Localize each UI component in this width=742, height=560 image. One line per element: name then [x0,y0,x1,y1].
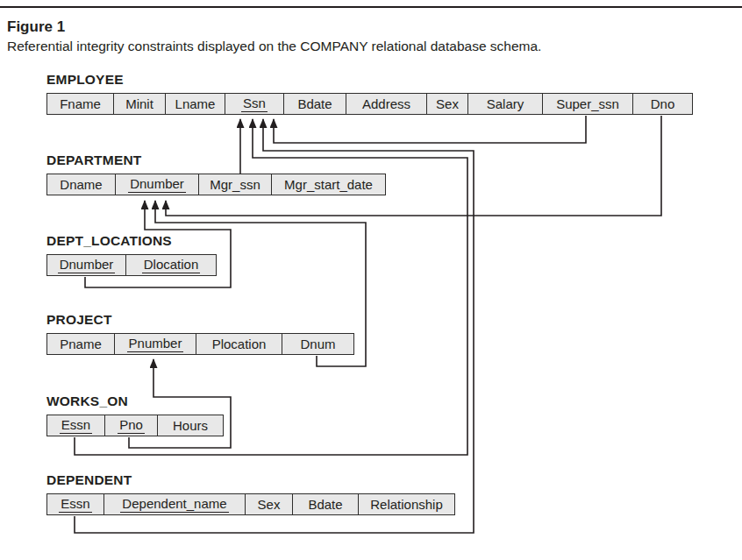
table-employee-row: Fname Minit Lname Ssn Bdate Address Sex … [46,93,693,115]
table-project-name: PROJECT [46,312,354,328]
attr-works-on-essn: Essn [47,415,104,436]
attr-dependent-sex: Sex [245,494,292,514]
table-works-on-name: WORKS_ON [46,393,224,409]
attr-dependent-bdate: Bdate [292,494,358,514]
fk-line-super-ssn-to-ssn [274,116,586,143]
attr-employee-ssn: Ssn [225,94,283,114]
attr-employee-address: Address [346,94,426,114]
table-employee-name: EMPLOYEE [46,72,693,88]
attr-project-pnumber: Pnumber [114,334,196,354]
table-department-name: DEPARTMENT [46,152,386,168]
table-department: DEPARTMENT Dname Dnumber Mgr_ssn Mgr_sta… [46,152,386,195]
table-works-on-row: Essn Pno Hours [46,415,224,436]
attr-department-dnumber: Dnumber [115,174,198,195]
table-dependent-row: Essn Dependent_name Sex Bdate Relationsh… [46,493,455,515]
table-dept-locations-row: Dnumber Dlocation [46,254,217,276]
table-works-on: WORKS_ON Essn Pno Hours [46,393,224,436]
attr-dependent-dependent-name: Dependent_name [103,494,245,514]
attr-project-dnum: Dnum [282,334,353,354]
attr-dept-locations-dnumber: Dnumber [47,255,125,275]
attr-employee-fname: Fname [47,94,113,114]
attr-employee-lname: Lname [165,94,225,114]
table-project: PROJECT Pname Pnumber Plocation Dnum [46,312,354,355]
attr-dept-locations-dlocation: Dlocation [125,255,216,275]
attr-department-mgr-ssn: Mgr_ssn [198,174,271,195]
attr-works-on-hours: Hours [157,415,223,436]
attr-employee-salary: Salary [467,94,542,114]
attr-dependent-essn: Essn [47,494,103,514]
attr-project-plocation: Plocation [196,334,282,354]
attr-employee-bdate: Bdate [283,94,346,114]
figure-canvas: Figure 1 Referential integrity constrain… [0,0,742,560]
table-project-row: Pname Pnumber Plocation Dnum [46,333,354,355]
attr-dependent-relationship: Relationship [358,494,454,514]
attr-works-on-pno: Pno [104,415,157,436]
attr-employee-super-ssn: Super_ssn [542,94,632,114]
table-dept-locations-name: DEPT_LOCATIONS [46,233,217,249]
attr-employee-sex: Sex [426,94,467,114]
table-dependent: DEPENDENT Essn Dependent_name Sex Bdate … [46,472,455,515]
table-employee: EMPLOYEE Fname Minit Lname Ssn Bdate Add… [46,72,693,115]
attr-department-dname: Dname [47,174,115,195]
table-department-row: Dname Dnumber Mgr_ssn Mgr_start_date [46,174,386,195]
table-dependent-name: DEPENDENT [46,472,455,488]
attr-department-mgr-start-date: Mgr_start_date [271,174,385,195]
attr-employee-minit: Minit [113,94,165,114]
attr-employee-dno: Dno [632,94,692,114]
attr-project-pname: Pname [47,334,114,354]
table-dept-locations: DEPT_LOCATIONS Dnumber Dlocation [46,233,217,276]
